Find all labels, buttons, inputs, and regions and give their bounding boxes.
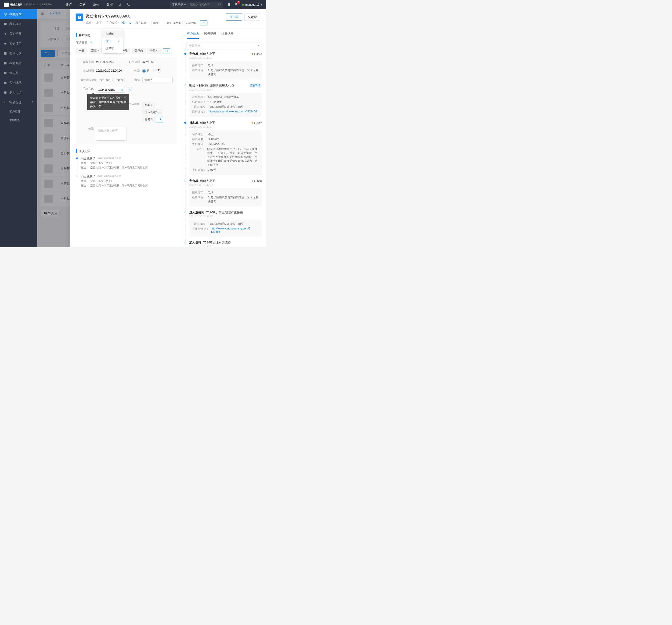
tab-chat[interactable]: 聊天记录: [204, 32, 216, 39]
chevron-up-icon: ˄: [32, 101, 33, 104]
tag[interactable]: 高意向: [132, 48, 146, 54]
manager-select[interactable]: 张三: [122, 21, 128, 25]
svg-rect-5: [4, 52, 6, 55]
phone-input[interactable]: [96, 87, 119, 92]
remark-label: 备注: [80, 127, 94, 131]
svg-rect-2: [228, 3, 230, 6]
sidebar-item-calls[interactable]: 电话记录: [0, 49, 37, 58]
sidebar-item-groups[interactable]: 我的群聊: [0, 19, 37, 29]
add-time-label: 添加时间: [80, 69, 94, 73]
link[interactable]: http://www.yunduoketang.com/?123456: [211, 227, 250, 233]
phone-icon[interactable]: [127, 3, 130, 6]
view-detail-link[interactable]: 查看详情: [249, 83, 262, 88]
tag[interactable]: 中意向: [147, 48, 161, 54]
sidebar-item-inherit[interactable]: 客户继承: [0, 78, 37, 88]
sidebar-sub-customer-tags[interactable]: 客户标签: [0, 107, 37, 116]
check-icon: ✓: [118, 40, 120, 43]
log-dot: [76, 175, 78, 177]
tag[interactable]: 一般: [76, 48, 87, 54]
sidebar-sub-group-tags[interactable]: 群聊标签: [0, 116, 37, 125]
search-type-select[interactable]: 手机号码 ▾: [170, 3, 188, 7]
customer-title: 微信名称6789990000966: [86, 14, 223, 19]
last-chat-value: 2021/09/10 12:00:00: [99, 78, 125, 82]
chevron-down-icon: ▾: [258, 44, 259, 48]
svg-rect-8: [4, 92, 6, 94]
sidebar-label: 标签管理: [9, 100, 22, 104]
tags-label: 客户标签: [76, 41, 87, 45]
search-input[interactable]: [188, 3, 216, 6]
wechat-label: 微信: [126, 78, 140, 82]
customer-avatar: [76, 14, 83, 21]
groups-more[interactable]: +4: [200, 20, 208, 25]
sidebar-item-products[interactable]: 我的商品: [0, 58, 37, 68]
wechat-input[interactable]: [142, 77, 173, 83]
panel-left: 客户信息 客户标签 ✎ 一般 高意向 中意向 一般 高意向 中意向 +4: [70, 29, 182, 247]
mobile-icon[interactable]: [227, 3, 231, 6]
search-area: 手机号码 ▾ 5 manager11 ▾: [170, 2, 262, 8]
nav-promote[interactable]: 推广: [66, 3, 72, 7]
sidebar-label: 流失客户: [9, 71, 22, 75]
status-badge: 已取消: [252, 179, 262, 183]
nav-customer[interactable]: 客户: [79, 3, 86, 7]
nav-qc[interactable]: 质检: [93, 3, 99, 7]
tags-more[interactable]: +4: [163, 48, 170, 53]
personal-tag[interactable]: 标签1: [142, 117, 155, 122]
remark-input[interactable]: 请输入备注内容: [96, 127, 126, 141]
search-icon[interactable]: [216, 3, 223, 7]
sidebar-label: 客户继承: [9, 81, 22, 85]
group-chip[interactable]: 群聊三: [151, 21, 162, 25]
dropdown-item[interactable]: 师馨薇: [102, 30, 123, 38]
timeline-time: 2021/01/30 01:38:27: [189, 88, 262, 91]
group-chip[interactable]: 群聊一群大群: [164, 21, 183, 25]
sidebar-item-delete-log[interactable]: 删人记录: [0, 88, 37, 98]
tab-orders[interactable]: 订单记录: [221, 32, 234, 39]
copy-icon[interactable]: ⎘: [127, 87, 132, 92]
status-dot: [242, 4, 244, 6]
sidebar-item-lost[interactable]: 流失客户: [0, 68, 37, 78]
timeline-time: 2020/01/30 01:38:27: [189, 183, 262, 186]
logo: 云朵CRM 教育机构一站 式服务云平台: [4, 3, 52, 7]
customer-panel: 微信名称6789990000966 昵称：小王 | 客户经理： 张三 ▴ | 所…: [70, 9, 266, 247]
user-menu[interactable]: manager11 ▾: [242, 3, 262, 6]
radio-female[interactable]: 女: [153, 68, 160, 72]
svg-point-0: [119, 3, 121, 5]
dropdown-item[interactable]: 俱保咏: [102, 45, 123, 52]
search-group: 手机号码 ▾: [170, 2, 223, 8]
sidebar: 我的好友 我的群聊 我的学员 我的订单 电话记录 我的商品 流失客户 客户继承 …: [0, 9, 37, 247]
dropdown-item[interactable]: 张三✓: [102, 38, 123, 45]
timeline-item: 报名单 创建人小王已失败 2020/01/30 01:38:27 客户经理：小王…: [184, 121, 262, 175]
timeline-title: 定金单 创建人小王已完成: [189, 52, 262, 56]
radio-male[interactable]: 男: [142, 69, 149, 73]
manager-dropdown: 师馨薇 张三✓ 俱保咏: [102, 29, 123, 53]
id-icon[interactable]: ⊞: [120, 88, 124, 92]
sidebar-item-students[interactable]: 我的学员: [0, 29, 37, 39]
sidebar-item-tags[interactable]: 标签管理 ˄: [0, 98, 37, 107]
tag[interactable]: 高意向: [89, 48, 102, 54]
timeline-card: 客户经理：小王客户姓名：唔吃唔吃手机号码：19833528160备注：但无论是哪…: [189, 130, 262, 175]
logo-icon: [4, 3, 9, 7]
personal-tag-more[interactable]: +4: [156, 117, 164, 122]
link[interactable]: http://www.yunduoketang.com/?123456: [208, 110, 257, 113]
deposit-button[interactable]: 交定金: [244, 14, 260, 21]
user-icon[interactable]: [118, 3, 122, 6]
notification-badge: 5: [237, 1, 240, 4]
logo-subtitle: 教育机构一站 式服务云平台: [24, 3, 52, 6]
nickname-label: 昵称：: [86, 21, 94, 25]
status-badge: 已完成: [252, 52, 262, 56]
top-nav: 推广 客户 质检 数据: [66, 3, 113, 7]
nav-data[interactable]: 数据: [106, 3, 113, 7]
sidebar-label: 电话记录: [9, 51, 22, 55]
log-item: 小王 更新了2021/01/30 01:38:27 微信：空值-13672182…: [76, 156, 177, 169]
personal-tag[interactable]: 标签1: [142, 102, 155, 108]
edit-tags-icon[interactable]: ✎: [90, 41, 93, 44]
sidebar-item-friends[interactable]: 我的好友: [0, 9, 37, 19]
personal-tag[interactable]: 个人标签12: [142, 109, 162, 115]
tab-activity[interactable]: 客户动态: [187, 32, 199, 39]
proxy-order-button[interactable]: 代下单: [226, 14, 242, 21]
manager-label: 客户经理：: [106, 21, 120, 25]
source-value: 线上-北京昱新: [96, 60, 114, 64]
sidebar-item-orders[interactable]: 我的订单: [0, 39, 37, 49]
activity-filter[interactable]: 全部动态▾: [187, 42, 262, 49]
notification-icon[interactable]: 5: [235, 3, 238, 7]
group-chip[interactable]: 群聊六群: [185, 21, 198, 25]
